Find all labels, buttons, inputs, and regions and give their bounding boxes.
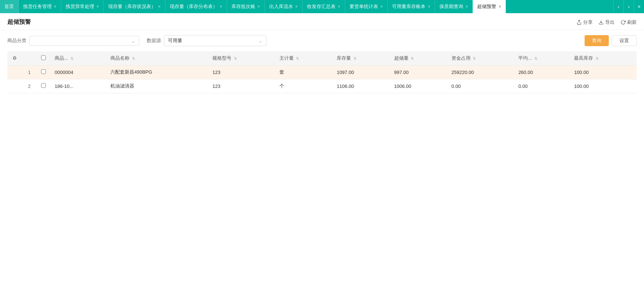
query-button[interactable]: 查询 (585, 35, 609, 46)
sort-icon: ⇅ (473, 56, 476, 60)
row-checkbox[interactable] (41, 83, 46, 88)
row-overstock: 1006.00 (390, 79, 447, 93)
nav-tab-inventory-batch[interactable]: 库存批次账 × (227, 0, 265, 13)
nav-tab-inventory-dist[interactable]: 现存量（库存分布表） × (165, 0, 227, 13)
row-max-stock: 100.00 (570, 65, 637, 79)
row-checkbox[interactable] (41, 69, 46, 74)
row-unit: 个 (275, 79, 332, 93)
row-product-code: 186-10... (50, 79, 106, 93)
th-spec[interactable]: 规格型号 ⇅ (208, 51, 275, 65)
th-index (22, 51, 37, 65)
sort-icon: ⇅ (296, 56, 299, 60)
row-index: 1 (22, 65, 37, 79)
nav-tab-abnormal[interactable]: 拣货异常处理 × (61, 0, 104, 13)
nav-tab-home[interactable]: 首页 (0, 0, 19, 13)
row-spec: 123 (208, 65, 275, 79)
export-button[interactable]: 导出 (599, 19, 615, 26)
th-unit[interactable]: 主计量 ⇅ (275, 51, 332, 65)
nav-close-button[interactable]: × (634, 0, 644, 13)
row-avg: 260.00 (514, 65, 570, 79)
row-overstock: 997.00 (390, 65, 447, 79)
close-icon[interactable]: × (158, 4, 161, 9)
table-header-row: ⚙ 商品... ⇅ 商品名称 ⇅ 规格型号 (7, 51, 637, 65)
th-product-code[interactable]: 商品... ⇅ (50, 51, 106, 65)
page-title: 超储预警 (7, 18, 31, 26)
table-row: 1 0000004 六配套新昌490BPG 123 套 1097.00 997.… (7, 65, 637, 79)
th-capital[interactable]: 资金占用 ⇅ (447, 51, 514, 65)
sort-icon: ⇅ (70, 56, 73, 60)
close-icon[interactable]: × (96, 4, 99, 9)
sort-icon: ⇅ (354, 56, 356, 60)
settings-button[interactable]: 设置 (612, 35, 637, 46)
select-all-checkbox[interactable] (41, 55, 46, 60)
row-capital: 0.00 (447, 79, 514, 93)
nav-tab-order-stats[interactable]: 要货单统计表 × (345, 0, 388, 13)
nav-prev-button[interactable]: ‹ (613, 0, 623, 13)
close-icon[interactable]: × (257, 4, 260, 9)
chevron-down-icon: ⌄ (131, 38, 135, 44)
row-avg: 0.00 (514, 79, 570, 93)
row-spec: 123 (208, 79, 275, 93)
row-gear-cell (7, 65, 22, 79)
nav-tab-available-account[interactable]: 可用量库存账本 × (388, 0, 435, 13)
th-avg[interactable]: 平均... ⇅ (514, 51, 570, 65)
refresh-button[interactable]: 刷新 (621, 19, 637, 26)
table-row: 2 186-10... 机油滤清器 123 个 1106.00 1006.00 … (7, 79, 637, 93)
chevron-down-icon: ⌄ (259, 38, 263, 44)
datasource-select[interactable]: 可用量 ⌄ (164, 35, 267, 46)
row-inventory: 1097.00 (332, 65, 389, 79)
datasource-label: 数据源 (147, 37, 161, 44)
nav-tab-inventory-status[interactable]: 现存量（库存状况表） × (104, 0, 165, 13)
sort-icon: ⇅ (534, 56, 537, 60)
datasource-value: 可用量 (168, 37, 182, 44)
row-index: 2 (22, 79, 37, 93)
close-icon[interactable]: × (498, 4, 501, 9)
close-icon[interactable]: × (54, 4, 56, 9)
th-product-name[interactable]: 商品名称 ⇅ (106, 51, 208, 65)
nav-tab-overstock[interactable]: 超储预警 × (473, 0, 506, 13)
nav-next-button[interactable]: › (623, 0, 634, 13)
sort-icon: ⇅ (596, 56, 599, 60)
close-icon[interactable]: × (380, 4, 383, 9)
row-max-stock: 100.00 (570, 79, 637, 93)
th-gear: ⚙ (7, 51, 22, 65)
close-icon[interactable]: × (465, 4, 468, 9)
category-label: 商品分类 (7, 37, 26, 44)
category-select[interactable]: ⌄ (29, 36, 139, 46)
sort-icon: ⇅ (132, 56, 135, 60)
sort-icon: ⇅ (411, 56, 414, 60)
nav-tab-quality-check[interactable]: 保质期查询 × (435, 0, 473, 13)
nav-tab-task-mgmt[interactable]: 拣货任务管理 × (19, 0, 61, 13)
datasource-filter: 数据源 可用量 ⌄ (147, 35, 267, 46)
close-icon[interactable]: × (428, 4, 430, 9)
row-gear-cell (7, 79, 22, 93)
header-actions: 分享 导出 刷新 (577, 19, 637, 26)
row-product-name: 六配套新昌490BPG (106, 65, 208, 79)
data-table: ⚙ 商品... ⇅ 商品名称 ⇅ 规格型号 (7, 51, 637, 93)
page-header: 超储预警 分享 导出 刷新 (0, 13, 644, 30)
top-nav: 首页 拣货任务管理 × 拣货异常处理 × 现存量（库存状况表） × 现存量（库存… (0, 0, 644, 13)
th-checkbox (37, 51, 50, 65)
row-capital: 259220.00 (447, 65, 514, 79)
nav-tab-inout-flow[interactable]: 出入库流水 × (265, 0, 303, 13)
close-icon[interactable]: × (220, 4, 222, 9)
row-product-name: 机油滤清器 (106, 79, 208, 93)
row-unit: 套 (275, 65, 332, 79)
th-overstock[interactable]: 超储量 ⇅ (390, 51, 447, 65)
table-container: ⚙ 商品... ⇅ 商品名称 ⇅ 规格型号 (0, 51, 644, 93)
close-icon[interactable]: × (338, 4, 340, 9)
th-max-stock[interactable]: 最高库存 ⇅ (570, 51, 637, 65)
th-inventory[interactable]: 库存量 ⇅ (332, 51, 389, 65)
table-body: 1 0000004 六配套新昌490BPG 123 套 1097.00 997.… (7, 65, 637, 93)
filter-area: 商品分类 ⌄ 数据源 可用量 ⌄ 查询 设置 (0, 30, 644, 51)
share-icon (577, 20, 582, 25)
category-filter: 商品分类 ⌄ (7, 36, 139, 46)
main-content: 超储预警 分享 导出 刷新 商品 (0, 13, 644, 293)
close-icon[interactable]: × (295, 4, 298, 9)
row-checkbox-cell (37, 79, 50, 93)
refresh-icon (621, 20, 626, 25)
share-button[interactable]: 分享 (577, 19, 593, 26)
nav-tab-collect-summary[interactable]: 收发存汇总表 × (303, 0, 345, 13)
row-checkbox-cell (37, 65, 50, 79)
gear-icon[interactable]: ⚙ (12, 55, 17, 61)
